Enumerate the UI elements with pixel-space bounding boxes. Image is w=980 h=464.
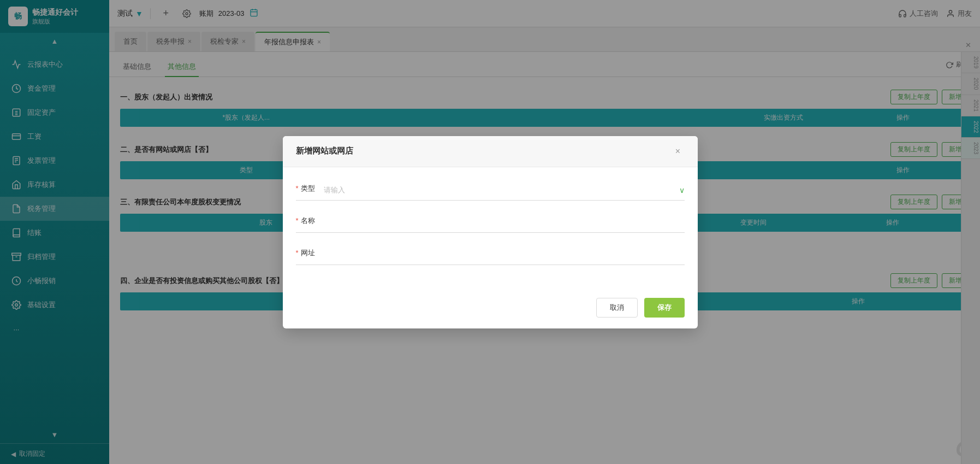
modal-title: 新增网站或网店 [296, 146, 353, 156]
required-marker-type: * [296, 184, 299, 192]
form-input-row-url: * 网址 [296, 248, 685, 265]
form-label-name: * 名称 [296, 216, 315, 226]
form-field-type: * 类型 ∨ [296, 184, 685, 201]
form-field-name: * 名称 [296, 216, 685, 233]
modal-close-button[interactable]: × [672, 145, 685, 158]
modal-header: 新增网站或网店 × [283, 136, 698, 167]
form-input-row-name: * 名称 [296, 216, 685, 233]
type-dropdown-icon[interactable]: ∨ [679, 186, 685, 195]
required-marker-url: * [296, 249, 299, 257]
save-button[interactable]: 保存 [644, 298, 685, 318]
cancel-button[interactable]: 取消 [596, 298, 638, 318]
form-label-url: * 网址 [296, 248, 315, 258]
type-input[interactable] [324, 184, 675, 196]
url-input[interactable] [324, 248, 685, 261]
name-input[interactable] [324, 216, 685, 228]
form-field-url: * 网址 [296, 248, 685, 265]
modal-footer: 取消 保存 [283, 291, 698, 328]
modal: 新增网站或网店 × * 类型 ∨ * 名 [283, 136, 698, 328]
form-input-row-type: * 类型 ∨ [296, 184, 685, 201]
modal-overlay[interactable]: 新增网站或网店 × * 类型 ∨ * 名 [0, 0, 980, 464]
required-marker-name: * [296, 216, 299, 225]
form-label-type: * 类型 [296, 184, 315, 193]
modal-body: * 类型 ∨ * 名称 [283, 167, 698, 291]
